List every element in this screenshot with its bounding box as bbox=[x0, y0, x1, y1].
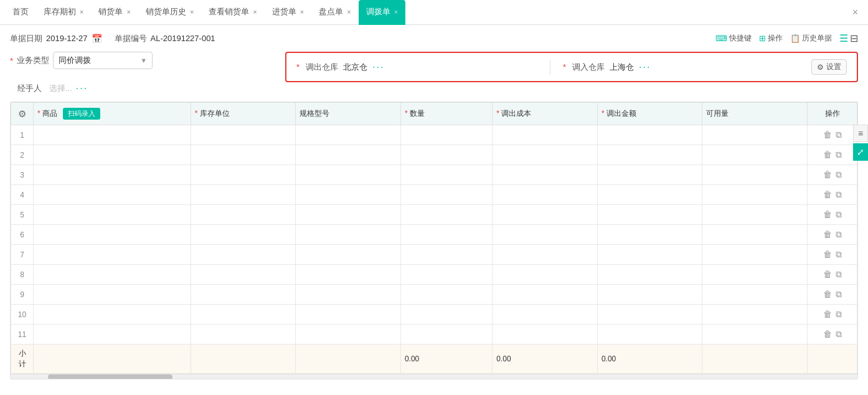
row-qty[interactable] bbox=[400, 205, 492, 225]
tab-close-view-sales[interactable]: × bbox=[253, 8, 257, 16]
row-qty[interactable] bbox=[400, 305, 492, 325]
delete-row-icon[interactable]: 🗑 bbox=[823, 249, 832, 260]
tab-home[interactable]: 首页 bbox=[5, 0, 36, 25]
row-amount[interactable] bbox=[597, 165, 702, 185]
tab-inventory-init[interactable]: 库存期初 × bbox=[36, 0, 91, 25]
biz-type-dropdown[interactable]: 同价调拨 ▼ bbox=[53, 52, 153, 69]
row-spec[interactable] bbox=[296, 245, 401, 265]
copy-row-icon[interactable]: ⧉ bbox=[836, 289, 842, 300]
delete-row-icon[interactable]: 🗑 bbox=[823, 329, 832, 340]
row-cost[interactable] bbox=[493, 285, 598, 305]
row-product[interactable] bbox=[34, 145, 191, 165]
tab-close-stocktake[interactable]: × bbox=[347, 8, 351, 16]
col-gear[interactable]: ⚙ bbox=[11, 103, 34, 125]
row-qty[interactable] bbox=[400, 125, 492, 145]
in-wh-value[interactable]: 上海仓 bbox=[610, 62, 634, 73]
delete-row-icon[interactable]: 🗑 bbox=[823, 189, 832, 200]
row-cost[interactable] bbox=[493, 225, 598, 245]
row-unit[interactable] bbox=[191, 245, 296, 265]
tab-close-sales-history[interactable]: × bbox=[190, 8, 194, 16]
row-unit[interactable] bbox=[191, 165, 296, 185]
row-avail[interactable] bbox=[702, 125, 808, 145]
row-product[interactable] bbox=[34, 225, 191, 245]
out-wh-more-icon[interactable]: ··· bbox=[372, 62, 384, 73]
row-qty[interactable] bbox=[400, 285, 492, 305]
scrollbar-thumb[interactable] bbox=[48, 374, 172, 379]
row-amount[interactable] bbox=[597, 125, 702, 145]
row-avail[interactable] bbox=[702, 265, 808, 285]
handler-input[interactable]: 选择... bbox=[49, 83, 72, 94]
row-product[interactable] bbox=[34, 265, 191, 285]
window-close-button[interactable]: × bbox=[847, 7, 863, 18]
row-spec[interactable] bbox=[296, 145, 401, 165]
row-amount[interactable] bbox=[597, 305, 702, 325]
row-product[interactable] bbox=[34, 125, 191, 145]
row-spec[interactable] bbox=[296, 225, 401, 245]
row-product[interactable] bbox=[34, 285, 191, 305]
row-spec[interactable] bbox=[296, 305, 401, 325]
operations-link[interactable]: ⊞ 操作 bbox=[759, 33, 783, 44]
row-amount[interactable] bbox=[597, 265, 702, 285]
row-qty[interactable] bbox=[400, 225, 492, 245]
copy-row-icon[interactable]: ⧉ bbox=[836, 209, 842, 220]
row-amount[interactable] bbox=[597, 285, 702, 305]
row-avail[interactable] bbox=[702, 245, 808, 265]
layout-grid-icon[interactable]: ⊟ bbox=[850, 32, 858, 44]
shortcuts-link[interactable]: ⌨ 快捷键 bbox=[715, 33, 752, 44]
row-product[interactable] bbox=[34, 305, 191, 325]
row-product[interactable] bbox=[34, 185, 191, 205]
row-amount[interactable] bbox=[597, 325, 702, 345]
row-product[interactable] bbox=[34, 325, 191, 345]
row-amount[interactable] bbox=[597, 145, 702, 165]
delete-row-icon[interactable]: 🗑 bbox=[823, 269, 832, 280]
settings-button[interactable]: ⚙ 设置 bbox=[811, 59, 847, 75]
tab-stocktake[interactable]: 盘点单 × bbox=[311, 0, 358, 25]
row-avail[interactable] bbox=[702, 185, 808, 205]
row-qty[interactable] bbox=[400, 245, 492, 265]
row-cost[interactable] bbox=[493, 165, 598, 185]
calendar-icon[interactable]: 📅 bbox=[92, 34, 102, 44]
row-qty[interactable] bbox=[400, 185, 492, 205]
delete-row-icon[interactable]: 🗑 bbox=[823, 150, 832, 160]
copy-row-icon[interactable]: ⧉ bbox=[836, 309, 842, 320]
row-qty[interactable] bbox=[400, 325, 492, 345]
copy-row-icon[interactable]: ⧉ bbox=[836, 229, 842, 240]
row-unit[interactable] bbox=[191, 145, 296, 165]
row-avail[interactable] bbox=[702, 325, 808, 345]
row-avail[interactable] bbox=[702, 145, 808, 165]
row-amount[interactable] bbox=[597, 205, 702, 225]
in-wh-more-icon[interactable]: ··· bbox=[639, 62, 651, 73]
row-product[interactable] bbox=[34, 245, 191, 265]
row-avail[interactable] bbox=[702, 285, 808, 305]
row-cost[interactable] bbox=[493, 265, 598, 285]
scan-button[interactable]: 扫码录入 bbox=[63, 108, 100, 120]
row-unit[interactable] bbox=[191, 225, 296, 245]
row-unit[interactable] bbox=[191, 205, 296, 225]
tab-sales[interactable]: 销货单 × bbox=[91, 0, 138, 25]
row-product[interactable] bbox=[34, 205, 191, 225]
tab-sales-history[interactable]: 销货单历史 × bbox=[138, 0, 201, 25]
row-qty[interactable] bbox=[400, 165, 492, 185]
row-cost[interactable] bbox=[493, 305, 598, 325]
row-cost[interactable] bbox=[493, 245, 598, 265]
row-product[interactable] bbox=[34, 165, 191, 185]
row-cost[interactable] bbox=[493, 205, 598, 225]
row-unit[interactable] bbox=[191, 325, 296, 345]
copy-row-icon[interactable]: ⧉ bbox=[836, 269, 842, 280]
copy-row-icon[interactable]: ⧉ bbox=[836, 130, 842, 140]
delete-row-icon[interactable]: 🗑 bbox=[823, 130, 832, 140]
copy-row-icon[interactable]: ⧉ bbox=[836, 189, 842, 200]
copy-row-icon[interactable]: ⧉ bbox=[836, 249, 842, 260]
delete-row-icon[interactable]: 🗑 bbox=[823, 309, 832, 320]
row-spec[interactable] bbox=[296, 185, 401, 205]
row-unit[interactable] bbox=[191, 125, 296, 145]
date-value[interactable]: 2019-12-27 bbox=[46, 34, 88, 43]
row-avail[interactable] bbox=[702, 165, 808, 185]
sidebar-expand-icon[interactable]: ⤢ bbox=[853, 143, 868, 161]
row-cost[interactable] bbox=[493, 125, 598, 145]
row-spec[interactable] bbox=[296, 125, 401, 145]
row-unit[interactable] bbox=[191, 185, 296, 205]
row-cost[interactable] bbox=[493, 325, 598, 345]
row-qty[interactable] bbox=[400, 265, 492, 285]
row-cost[interactable] bbox=[493, 145, 598, 165]
